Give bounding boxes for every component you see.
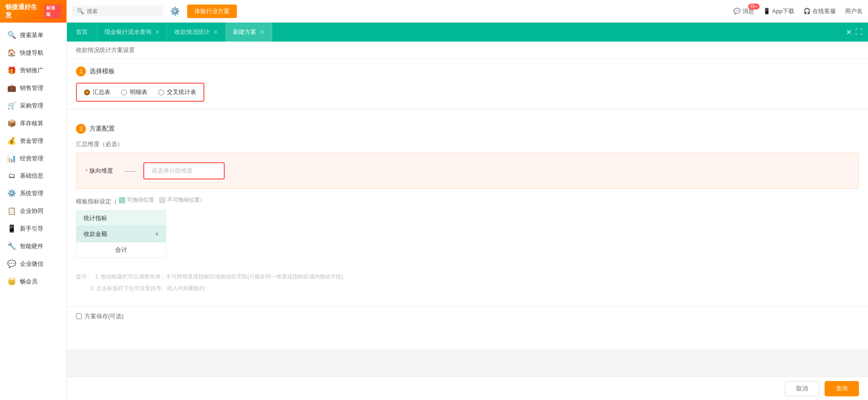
close-window-icon[interactable]: ✕ [846, 28, 852, 37]
radio-detail[interactable]: 明细表 [121, 88, 147, 96]
section-divider1 [67, 109, 868, 109]
tab-bar-right: ✕ ⛶ [840, 23, 868, 42]
tip-line2: 2. 点击标题栏下拉可设置排序、插入列和删除列 [90, 283, 859, 294]
nav-label-enterprise: 企业协同 [20, 207, 43, 215]
nav-label-search-menu: 搜索菜单 [20, 31, 43, 39]
nav-icon-marketing: 🎁 [7, 66, 16, 75]
tab-receipt-stat[interactable]: 收款情况统计✕ [167, 23, 226, 42]
nav-label-marketing: 营销推广 [20, 66, 43, 75]
sidebar-item-purchase[interactable]: 🛒采购管理 [0, 97, 66, 114]
metrics-section: 模板指标设定（ 可拖动位置 不可拖动位置） 统 [76, 196, 859, 259]
sidebar-item-smart-hw[interactable]: 🔧智能硬件 [0, 237, 66, 255]
dimension-label-text: 汇总维度（必选） [76, 141, 123, 147]
tip1-text: 1. 拖动标题栏可以调整布局，不可跨维度或指标区域拖动目字段(只能在同一维度或指… [95, 271, 343, 282]
nav-icon-newbie: 📱 [7, 224, 16, 233]
tab-close-cashflow[interactable]: ✕ [155, 29, 160, 35]
tab-cashflow[interactable]: 现金银行流水查询✕ [97, 23, 167, 42]
nav-label-sales: 销售管理 [20, 84, 43, 92]
content-area: 收款情况统计方案设置 1 选择模板 汇总表 明细表 [67, 42, 868, 376]
draggable-legend: 可拖动位置 不可拖动位置） [119, 196, 205, 204]
save-plan-checkbox[interactable] [76, 313, 82, 319]
gear-icon[interactable]: ⚙️ [170, 6, 180, 16]
tip2-text: 2. 点击标题栏下拉可设置排序、插入列和删除列 [90, 283, 205, 294]
sidebar-nav: 🔍搜索菜单🏠快捷导航🎁营销推广💼销售管理🛒采购管理📦库存核算💰资金管理📊经营管理… [0, 23, 66, 400]
save-checkbox-area[interactable]: 方案保存(可选) [76, 312, 124, 320]
nav-label-quick-nav: 快捷导航 [20, 49, 43, 57]
chevron-icon[interactable]: ∨ [155, 231, 159, 237]
message-button[interactable]: 💬 消息 99+ [733, 7, 754, 15]
step2-title: 方案配置 [90, 125, 115, 133]
app-download-button[interactable]: 📱 App下载 [763, 7, 794, 15]
query-button[interactable]: 查询 [825, 381, 859, 396]
search-input[interactable] [87, 8, 150, 14]
radio-cross-label: 交叉统计表 [167, 88, 196, 96]
maximize-icon[interactable]: ⛶ [855, 28, 863, 36]
sidebar-item-system[interactable]: ⚙️系统管理 [0, 184, 66, 202]
sidebar-item-quick-nav[interactable]: 🏠快捷导航 [0, 44, 66, 61]
metrics-grid-header: 统计指标 [76, 211, 166, 226]
trial-industry-button[interactable]: 体验行业方案 [187, 5, 237, 18]
download-icon: 📱 [763, 8, 770, 14]
online-service-button[interactable]: 🎧 在线客服 [803, 7, 836, 15]
cancel-button[interactable]: 取消 [785, 381, 819, 396]
drag-indicator [119, 197, 125, 203]
sidebar-item-sales[interactable]: 💼销售管理 [0, 79, 66, 97]
dimension-select-box[interactable]: 请选择分组维度 [143, 162, 225, 179]
dimension-row: * 纵向维度 —— 请选择分组维度 [85, 162, 849, 179]
step1-title: 选择模板 [90, 67, 115, 75]
tab-label-home: 首页 [76, 28, 88, 36]
sidebar-item-member[interactable]: 👑畅会员 [0, 273, 66, 290]
sidebar-item-wechat[interactable]: 💬企业微信 [0, 255, 66, 273]
radio-detail-input[interactable] [121, 89, 127, 95]
radio-cross-input[interactable] [158, 89, 164, 95]
top-header: 🔍 ⚙️ 体验行业方案 💬 消息 99+ 📱 App下载 🎧 在线客服 用户名 [67, 0, 868, 23]
metrics-label: 模板指标设定（ 可拖动位置 不可拖动位置） [76, 196, 205, 206]
dimension-field-group: 汇总维度（必选） * 纵向维度 —— 请选择分组维度 [76, 140, 859, 189]
sidebar-item-newbie[interactable]: 📱新手引导 [0, 220, 66, 237]
nav-icon-search-menu: 🔍 [7, 31, 16, 39]
sidebar-item-operation[interactable]: 📊经营管理 [0, 150, 66, 167]
logo-badge: 标准版 [44, 5, 61, 18]
save-checkbox-label: 方案保存(可选) [85, 312, 124, 320]
tab-new-plan[interactable]: 新建方案✕ [226, 23, 272, 42]
radio-cross[interactable]: 交叉统计表 [158, 88, 196, 96]
nav-label-finance: 资金管理 [20, 137, 43, 145]
tab-bar: 首页现金银行流水查询✕收款情况统计✕新建方案✕ ✕ ⛶ [67, 23, 868, 42]
tab-label-cashflow: 现金银行流水查询 [104, 28, 151, 36]
required-mark: * [85, 168, 88, 174]
step2-number: 2 [76, 124, 86, 134]
message-badge: 99+ [748, 4, 760, 9]
nav-icon-operation: 📊 [7, 154, 16, 163]
nav-icon-purchase: 🛒 [7, 101, 16, 110]
step2-section: 2 方案配置 汇总维度（必选） * 纵向维度 —— [67, 117, 868, 306]
nav-label-system: 系统管理 [20, 189, 43, 198]
nav-icon-member: 👑 [7, 277, 16, 286]
sidebar-item-inventory[interactable]: 📦库存核算 [0, 114, 66, 132]
metrics-header-row: 模板指标设定（ 可拖动位置 不可拖动位置） [76, 196, 859, 206]
radio-summary-label: 汇总表 [93, 88, 110, 96]
dimension-section-label: 汇总维度（必选） [76, 140, 859, 148]
template-selection-box: 汇总表 明细表 交叉统计表 [76, 83, 204, 102]
metrics-grid-header-text: 统计指标 [84, 214, 107, 222]
tab-home[interactable]: 首页 [67, 23, 97, 42]
sidebar-item-basic-info[interactable]: 🗂基础信息 [0, 167, 66, 184]
sidebar-item-finance[interactable]: 💰资金管理 [0, 132, 66, 150]
user-avatar[interactable]: 用户名 [845, 7, 863, 15]
user-name: 用户名 [845, 7, 863, 15]
nav-label-wechat: 企业微信 [20, 260, 43, 268]
header-right: 💬 消息 99+ 📱 App下载 🎧 在线客服 用户名 [733, 7, 863, 15]
non-draggable-text: 不可拖动位置） [167, 196, 205, 204]
draggable-text: 可拖动位置 [127, 196, 154, 204]
nav-label-operation: 经营管理 [20, 155, 43, 163]
sidebar-item-enterprise[interactable]: 📋企业协同 [0, 202, 66, 220]
sidebar: 畅捷通好生意 标准版 🔍搜索菜单🏠快捷导航🎁营销推广💼销售管理🛒采购管理📦库存核… [0, 0, 67, 400]
radio-summary-input[interactable] [84, 89, 90, 95]
tab-label-new-plan: 新建方案 [233, 28, 256, 36]
tab-close-new-plan[interactable]: ✕ [260, 29, 264, 35]
breadcrumb: 收款情况统计方案设置 [67, 42, 868, 59]
tab-close-receipt-stat[interactable]: ✕ [213, 29, 218, 35]
metrics-column-header[interactable]: 收款金额 ∨ [76, 226, 166, 242]
sidebar-item-search-menu[interactable]: 🔍搜索菜单 [0, 26, 66, 44]
radio-summary[interactable]: 汇总表 [84, 88, 110, 96]
sidebar-item-marketing[interactable]: 🎁营销推广 [0, 61, 66, 79]
